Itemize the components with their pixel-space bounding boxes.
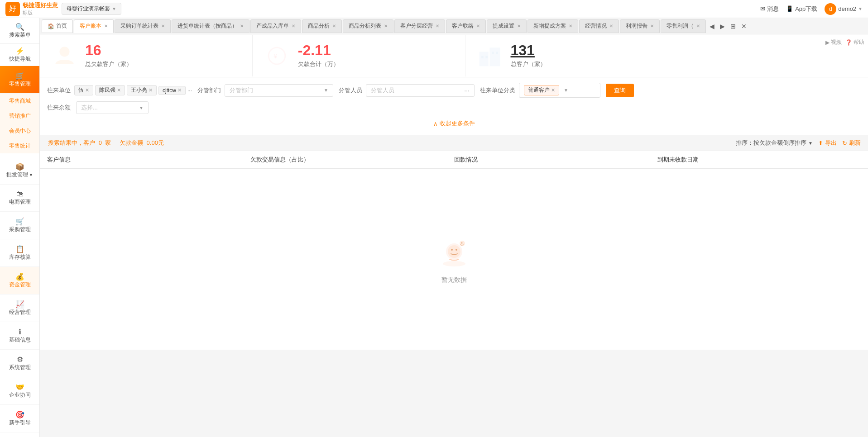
unit-tag-4-close[interactable]: ✕ [177, 87, 182, 93]
logo-area: 好 畅捷通好生意 标版 [5, 1, 58, 16]
tab-new-promotion-plan[interactable]: 新增提成方案 ✕ [528, 19, 578, 33]
tab-promotion-settings[interactable]: 提成设置 ✕ [487, 19, 527, 33]
svg-rect-8 [496, 52, 498, 54]
table-col-due-date: 到期未收款日期 [657, 156, 861, 164]
tab-close-business-status[interactable]: ✕ [609, 24, 613, 28]
unit-tag-2-close[interactable]: ✕ [117, 87, 121, 93]
tab-retail-profit[interactable]: 零售利润（ ✕ [661, 19, 706, 33]
tab-close-purchase-order[interactable]: ✕ [161, 24, 165, 28]
table-header: 客户信息 欠款交易信息（占比） 回款情况 到期未收款日期 [40, 151, 868, 169]
tab-product-analysis-list[interactable]: 商品分析列表 ✕ [343, 19, 393, 33]
person-select[interactable]: 分管人员 ··· [366, 84, 475, 97]
sidebar-item-app-center[interactable]: 📱 应用中心 [0, 432, 39, 437]
tab-purchase-order-stats[interactable]: 采购订单统计表 ✕ [115, 19, 171, 33]
table-col-payment-status: 回款情况 [454, 156, 657, 164]
sidebar-item-new-user[interactable]: 🎯 新手引导 [0, 405, 39, 432]
help-icon: ❓ [845, 39, 852, 46]
empty-state-text: 暂无数据 [441, 276, 467, 284]
sidebar-item-zero-mall[interactable]: 零售商城 [0, 94, 39, 109]
tab-close-product-analysis[interactable]: ✕ [332, 24, 336, 28]
tab-close-customer-segment[interactable]: ✕ [436, 24, 439, 28]
unit-tag-1-close[interactable]: ✕ [85, 87, 89, 93]
tab-close-product-analysis-list[interactable]: ✕ [384, 24, 388, 28]
sidebar-item-finance[interactable]: 💰 资金管理 [0, 267, 39, 294]
sidebar-item-inventory[interactable]: 📋 库存核算 [0, 239, 39, 267]
category-tag-close[interactable]: ✕ [551, 87, 555, 93]
query-button[interactable]: 查询 [606, 84, 634, 97]
operations-icon: 📈 [2, 300, 38, 309]
sidebar-item-operations[interactable]: 📈 经营管理 [0, 294, 39, 322]
tab-close-customer-contact[interactable]: ✕ [476, 24, 480, 28]
sidebar-item-quick-nav[interactable]: ⚡ 快捷导航 [0, 44, 39, 66]
svg-point-0 [59, 47, 69, 57]
svg-point-12 [451, 249, 453, 251]
tab-close-new-promotion-plan[interactable]: ✕ [569, 24, 572, 28]
unit-tag-2: 陈民强 ✕ [95, 85, 125, 95]
sidebar-zero-retail-label: 零售管理 [2, 80, 38, 88]
tab-close-customer-ledger[interactable]: ✕ [104, 24, 108, 28]
sidebar-item-ecommerce[interactable]: 🛍 电商管理 [0, 185, 39, 212]
user-menu[interactable]: d demo2 ▼ [825, 3, 863, 15]
sidebar-item-enterprise[interactable]: 🤝 企业协同 [0, 377, 39, 405]
sidebar-item-marketing[interactable]: 营销推广 [0, 109, 39, 124]
tab-product-analysis[interactable]: 商品分析 ✕ [302, 19, 342, 33]
tab-customer-segment[interactable]: 客户分层经营 ✕ [394, 19, 445, 33]
result-search-label: 搜索结果中，客户 [48, 139, 95, 146]
balance-select[interactable]: 选择... ▼ [76, 101, 149, 114]
dept-select[interactable]: 分管部门 ▼ [225, 84, 333, 97]
unit-tag-3-close[interactable]: ✕ [149, 87, 153, 93]
svg-rect-4 [490, 48, 500, 66]
sidebar-item-retail-stats[interactable]: 零售统计 [0, 138, 39, 153]
tab-close-product-in-storage[interactable]: ✕ [292, 24, 295, 28]
sidebar-item-member[interactable]: 会员中心 [0, 124, 39, 138]
help-btn[interactable]: ❓ 帮助 [845, 38, 864, 46]
sidebar-item-zero-retail[interactable]: 🛒 零售管理 [0, 66, 39, 94]
tab-scroll-right-btn[interactable]: ▶ [717, 21, 728, 32]
tab-scroll-left-btn[interactable]: ◀ [707, 21, 717, 32]
category-select-arrow-icon: ▼ [564, 88, 568, 93]
tab-close-purchase-stats[interactable]: ✕ [240, 24, 244, 28]
store-selector[interactable]: 母婴行业演示帐套 ▼ [62, 3, 121, 15]
batch-arrow-icon: ▼ [29, 172, 34, 177]
sidebar-item-search[interactable]: 🔍 搜索菜单 [0, 18, 39, 44]
tab-menu-btn[interactable]: ⊞ [728, 21, 739, 32]
tab-profit-report[interactable]: 利润报告 ✕ [620, 19, 660, 33]
tab-home[interactable]: 🏠 首页 [42, 19, 73, 33]
filter-more-btn[interactable]: ··· [187, 87, 192, 94]
tab-close-promotion-settings[interactable]: ✕ [517, 24, 521, 28]
svg-point-11 [448, 245, 460, 258]
tab-customer-contact-label: 客户联络 [452, 22, 474, 30]
svg-rect-5 [481, 56, 484, 58]
result-sort[interactable]: 排序：按欠款金额倒序排序 ▼ [736, 139, 813, 147]
category-tag: 普通客户 ✕ [524, 85, 559, 95]
logo-text: 畅捷通好生意 标版 [23, 1, 58, 16]
tab-purchase-stats-by-product[interactable]: 进货单统计表（按商品） ✕ [172, 19, 249, 33]
collapse-label: 收起更多条件 [440, 119, 475, 128]
tab-product-in-storage[interactable]: 产成品入库单 ✕ [250, 19, 301, 33]
tab-business-status[interactable]: 经营情况 ✕ [579, 19, 619, 33]
category-select[interactable]: 普通客户 ✕ ▼ [519, 83, 600, 98]
refresh-button[interactable]: ↻ 刷新 [842, 139, 861, 147]
svg-point-9 [443, 261, 465, 266]
sidebar-item-batch[interactable]: 📦 批发管理 ▼ [0, 157, 39, 185]
export-button[interactable]: ⬆ 导出 [818, 139, 837, 147]
enterprise-label: 企业协同 [2, 391, 38, 399]
person-select-value: 分管人员 [371, 86, 394, 95]
tab-close-profit-report[interactable]: ✕ [650, 24, 654, 28]
video-help-btn[interactable]: ▶ 视频 [825, 38, 842, 46]
sort-label: 排序：按欠款金额倒序排序 [736, 139, 806, 147]
tab-customer-ledger[interactable]: 客户账本 ✕ [74, 19, 114, 33]
messages-btn[interactable]: ✉ 消息 [760, 5, 779, 13]
sidebar-item-purchase[interactable]: 🛒 采购管理 [0, 212, 39, 239]
sidebar-item-sys-mgmt[interactable]: ⚙ 系统管理 [0, 350, 39, 377]
building-icon [476, 42, 504, 69]
category-filter-label: 往来单位分类 [480, 86, 515, 95]
tab-close-all-btn[interactable]: ✕ [739, 21, 749, 32]
sidebar-item-basic-info[interactable]: ℹ 基础信息 [0, 322, 39, 350]
tab-close-retail-profit[interactable]: ✕ [696, 24, 700, 28]
tab-customer-contact[interactable]: 客户联络 ✕ [446, 19, 486, 33]
app-download-btn[interactable]: 📱 App下载 [786, 5, 817, 13]
tab-product-analysis-label: 商品分析 [308, 22, 330, 30]
chevron-down-icon: ▼ [112, 6, 116, 11]
collapse-button[interactable]: ∧ 收起更多条件 [47, 118, 861, 129]
